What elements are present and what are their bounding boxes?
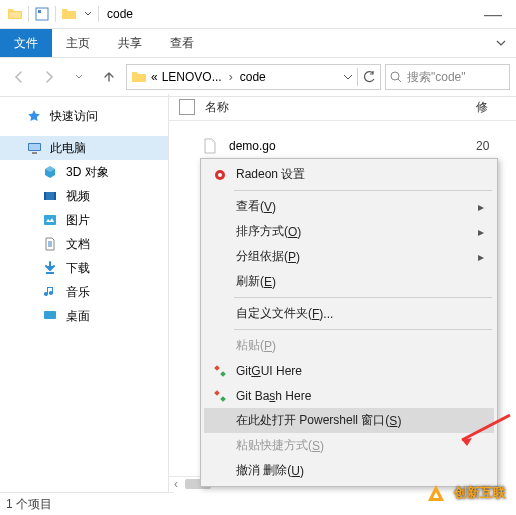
logo-text: 创新互联 <box>454 484 506 502</box>
search-placeholder: 搜索"code" <box>407 69 466 86</box>
file-name: demo.go <box>229 139 466 153</box>
sidebar-pictures[interactable]: 图片 <box>0 208 168 232</box>
git-icon <box>212 363 228 379</box>
mi-paste-shortcut[interactable]: 粘贴快捷方式(S) <box>204 433 494 458</box>
svg-rect-14 <box>214 365 220 371</box>
qa-properties-icon[interactable] <box>34 6 50 22</box>
status-text: 1 个项目 <box>6 496 52 513</box>
mi-view[interactable]: 查看(V)▸ <box>204 194 494 219</box>
titlebar: code — <box>0 0 516 29</box>
column-name[interactable]: 名称 <box>205 99 466 116</box>
sidebar-item-label: 音乐 <box>66 284 90 301</box>
refresh-icon[interactable] <box>362 70 376 84</box>
sidebar-documents[interactable]: 文档 <box>0 232 168 256</box>
svg-rect-10 <box>46 272 54 274</box>
mi-powershell[interactable]: 在此处打开 Powershell 窗口(S) <box>204 408 494 433</box>
mi-sort[interactable]: 排序方式(O)▸ <box>204 219 494 244</box>
sidebar-music[interactable]: 音乐 <box>0 280 168 304</box>
svg-rect-7 <box>44 192 46 200</box>
mi-git-bash[interactable]: Git Bash Here <box>204 383 494 408</box>
sidebar-item-label: 图片 <box>66 212 90 229</box>
window-title: code <box>107 7 133 21</box>
context-menu: Radeon 设置 查看(V)▸ 排序方式(O)▸ 分组依据(P)▸ 刷新(E)… <box>200 158 498 487</box>
sidebar-item-label: 下载 <box>66 260 90 277</box>
breadcrumb-item[interactable]: code <box>240 70 266 84</box>
ribbon-expand-icon[interactable] <box>486 29 516 57</box>
nav-back-button[interactable] <box>6 64 32 90</box>
file-row[interactable]: demo.go 20 <box>169 133 516 159</box>
svg-rect-11 <box>44 311 56 319</box>
submenu-arrow-icon: ▸ <box>478 200 484 214</box>
tab-home[interactable]: 主页 <box>52 29 104 57</box>
mi-customize[interactable]: 自定义文件夹(F)... <box>204 301 494 326</box>
tab-view[interactable]: 查看 <box>156 29 208 57</box>
video-icon <box>42 188 58 204</box>
document-icon <box>42 236 58 252</box>
ribbon-tabs: 文件 主页 共享 查看 <box>0 29 516 57</box>
cube-icon <box>42 164 58 180</box>
search-icon <box>390 71 403 84</box>
pc-icon <box>26 140 42 156</box>
select-all-checkbox[interactable] <box>179 99 195 115</box>
sidebar-downloads[interactable]: 下载 <box>0 256 168 280</box>
sidebar-videos[interactable]: 视频 <box>0 184 168 208</box>
download-icon <box>42 260 58 276</box>
sidebar-item-label: 此电脑 <box>50 140 86 157</box>
chevron-down-icon[interactable] <box>343 72 353 82</box>
mi-paste[interactable]: 粘贴(P) <box>204 333 494 358</box>
qa-folder-icon[interactable] <box>61 6 77 22</box>
svg-rect-1 <box>38 10 41 13</box>
radeon-icon <box>212 167 228 183</box>
sidebar-desktop[interactable]: 桌面 <box>0 304 168 328</box>
submenu-arrow-icon: ▸ <box>478 250 484 264</box>
sidebar: 快速访问 此电脑 3D 对象 视频 图片 文档 <box>0 94 169 515</box>
sidebar-item-label: 3D 对象 <box>66 164 109 181</box>
svg-rect-4 <box>29 144 40 150</box>
svg-rect-17 <box>220 396 226 402</box>
sidebar-item-label: 视频 <box>66 188 90 205</box>
sidebar-quick-access[interactable]: 快速访问 <box>0 104 168 128</box>
search-input[interactable]: 搜索"code" <box>385 64 510 90</box>
qa-dropdown-icon[interactable] <box>83 6 93 22</box>
nav-forward-button[interactable] <box>36 64 62 90</box>
mi-refresh[interactable]: 刷新(E) <box>204 269 494 294</box>
sidebar-item-label: 快速访问 <box>50 108 98 125</box>
sidebar-3d-objects[interactable]: 3D 对象 <box>0 160 168 184</box>
sidebar-this-pc[interactable]: 此电脑 <box>0 136 168 160</box>
folder-icon <box>131 69 147 85</box>
svg-rect-9 <box>44 215 56 225</box>
tab-share[interactable]: 共享 <box>104 29 156 57</box>
submenu-arrow-icon: ▸ <box>478 225 484 239</box>
svg-rect-15 <box>220 371 226 377</box>
tab-file[interactable]: 文件 <box>0 29 52 57</box>
svg-point-2 <box>391 72 399 80</box>
sidebar-item-label: 文档 <box>66 236 90 253</box>
desktop-icon <box>42 308 58 324</box>
logo-icon <box>424 481 448 505</box>
mi-undo[interactable]: 撤消 删除(U) <box>204 458 494 483</box>
svg-rect-16 <box>214 390 220 396</box>
star-icon <box>26 108 42 124</box>
breadcrumb-item[interactable]: LENOVO... <box>162 70 222 84</box>
picture-icon <box>42 212 58 228</box>
music-icon <box>42 284 58 300</box>
nav-up-button[interactable] <box>96 64 122 90</box>
breadcrumb-prefix: « <box>151 70 158 84</box>
folder-icon <box>7 6 23 22</box>
nav-recent-icon[interactable] <box>66 64 92 90</box>
status-bar: 1 个项目 <box>0 492 174 515</box>
chevron-right-icon[interactable]: › <box>226 70 236 84</box>
mi-group[interactable]: 分组依据(P)▸ <box>204 244 494 269</box>
minimize-button[interactable]: — <box>474 4 512 25</box>
column-modified[interactable]: 修 <box>476 99 516 116</box>
watermark-logo: 创新互联 <box>424 481 506 505</box>
svg-rect-8 <box>54 192 56 200</box>
svg-rect-5 <box>32 152 37 154</box>
mi-radeon[interactable]: Radeon 设置 <box>204 162 494 187</box>
go-file-icon <box>203 138 219 154</box>
file-date: 20 <box>476 139 516 153</box>
git-icon <box>212 388 228 404</box>
breadcrumb[interactable]: « LENOVO... › code <box>126 64 381 90</box>
mi-git-gui[interactable]: Git GUI Here <box>204 358 494 383</box>
sidebar-item-label: 桌面 <box>66 308 90 325</box>
